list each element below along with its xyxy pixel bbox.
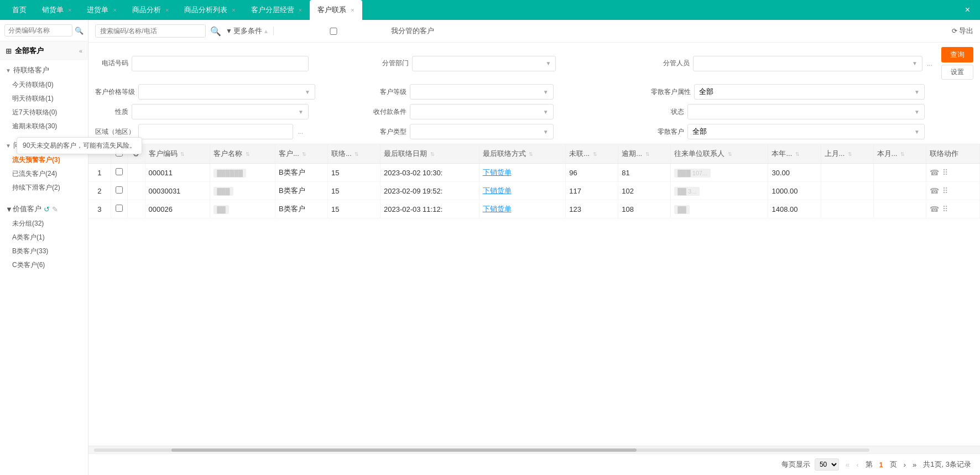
action-phone-icon[interactable]: ☎ [930,186,939,195]
query-button[interactable]: 查询 [941,47,973,62]
edit-icon[interactable]: ✎ [52,205,58,213]
nav-tab-0[interactable]: 销货单 × [34,0,79,20]
sidebar-item-tomorrow[interactable]: 明天待联络(1) [0,92,88,106]
filter-more-dots-1[interactable]: ... [927,60,932,67]
scrollbar-thumb[interactable] [171,448,637,452]
select-manager[interactable]: ▼ [693,56,922,71]
sidebar-item-overdue[interactable]: 逾期未联络(30) [0,119,88,133]
sidebar-item-class-a[interactable]: A类客户(1) [0,231,88,244]
row-checkbox-2[interactable] [116,205,123,212]
nav-home[interactable]: 首页 [4,0,34,20]
refresh-icon[interactable]: ↺ [44,205,50,213]
select-dept[interactable]: ▼ [412,56,556,71]
pagination: « ‹ 第 1 页 › » [843,459,919,470]
close-tab-4[interactable]: × [299,7,302,13]
sidebar-item-declining[interactable]: 持续下滑客户(2) [0,181,88,195]
export-button[interactable]: ⟳ 导出 [952,26,973,36]
my-customers-checkbox[interactable]: 我分管的客户 [278,26,434,36]
action-more-icon[interactable]: ⠿ [942,168,948,177]
sidebar-search-icon[interactable]: 🔍 [75,27,84,35]
th-lastdate[interactable]: 最后联络日期 ⇅ [380,144,479,164]
nav-tab-5[interactable]: 客户联系 × [310,0,362,20]
select-zero-attr[interactable]: 全部▼ [694,84,925,100]
search-input[interactable] [95,24,206,38]
close-tab-5[interactable]: × [351,7,354,13]
sidebar-item-7days[interactable]: 近7天待联络(0) [0,106,88,119]
sidebar-item-lost-warning[interactable]: 流失预警客户(3) [0,153,88,167]
row-checkbox-1[interactable] [116,186,123,194]
horizontal-scrollbar[interactable] [88,446,980,453]
select-customer-type[interactable]: ▼ [410,124,554,139]
th-name[interactable]: 客户名称 ⇅ [210,144,275,164]
next-page-btn[interactable]: › [901,460,908,469]
close-tab-0[interactable]: × [68,7,71,13]
action-phone-icon[interactable]: ☎ [930,168,939,177]
cell-contact: 15 [327,164,380,182]
cell-type: B类客户 [275,164,327,182]
cell-lastmethod[interactable]: 下销货单 [479,164,566,182]
search-button[interactable]: 🔍 [210,26,221,36]
filter-more-dots-2[interactable]: ... [298,128,303,135]
nav-tab-1[interactable]: 进货单 × [79,0,124,20]
sidebar-item-ungroup[interactable]: 未分组(32) [0,217,88,231]
action-more-icon[interactable]: ⠿ [942,205,948,213]
setting-button[interactable]: 设置 [941,65,973,80]
th-lastmonth[interactable]: 上月... ⇅ [821,144,873,164]
cell-check[interactable] [111,200,127,218]
sidebar-item-class-b[interactable]: B类客户(33) [0,244,88,258]
close-tab-2[interactable]: × [165,7,169,13]
chevron-down-icon-5: ▼ [914,89,920,95]
action-phone-icon[interactable]: ☎ [930,205,939,213]
action-more-icon[interactable]: ⠿ [942,186,948,195]
collapse-icon[interactable]: « [79,48,82,54]
th-uncontacted[interactable]: 未联... ⇅ [566,144,618,164]
nav-tab-2[interactable]: 商品分析 × [124,0,176,20]
cell-lastmonth [821,164,873,182]
sort-icon-uncontacted: ⇅ [593,152,597,157]
th-overdue[interactable]: 逾期... ⇅ [618,144,671,164]
sidebar-item-today[interactable]: 今天待联络(0) [0,78,88,92]
select-payment[interactable]: ▼ [410,104,554,119]
th-code[interactable]: 客户编码 ⇅ [145,144,210,164]
cell-lastmethod[interactable]: 下销货单 [479,182,566,200]
nav-tab-3[interactable]: 商品分析列表 × [176,0,243,20]
sort-icon-type: ⇅ [302,152,306,157]
th-lastmethod[interactable]: 最后联络方式 ⇅ [479,144,566,164]
row-checkbox-0[interactable] [116,168,123,175]
close-tab-1[interactable]: × [113,7,116,13]
first-page-btn[interactable]: « [843,460,852,469]
filter-more-button[interactable]: ▼ 更多条件 ▲ [226,26,269,36]
sidebar-search-input[interactable] [4,24,72,36]
th-thisyear[interactable]: 本年... ⇅ [768,144,821,164]
cell-check[interactable] [111,182,127,200]
th-thismonth[interactable]: 本月... ⇅ [873,144,926,164]
cell-check[interactable] [111,164,127,182]
my-customers-check[interactable] [278,28,389,35]
close-all-btn[interactable]: × [960,5,976,15]
prev-page-btn[interactable]: ‹ [854,460,861,469]
sidebar-item-class-c[interactable]: C类客户(6) [0,258,88,272]
last-page-btn[interactable]: » [910,460,919,469]
page-size-select[interactable]: 50 [815,458,839,471]
cell-setting [127,164,145,182]
sidebar-all-customers[interactable]: ⊞ 全部客户 « [0,41,88,60]
table-footer: 每页显示 50 « ‹ 第 1 页 › » 共1页, 3条记录 [88,453,980,475]
sidebar-item-lost[interactable]: 已流失客户(24) [0,167,88,181]
cell-lastmethod[interactable]: 下销货单 [479,200,566,218]
input-phone[interactable] [132,56,309,71]
nav-tab-4[interactable]: 客户分层经营 × [243,0,310,20]
select-status[interactable]: ▼ [687,104,925,119]
select-price-level[interactable]: ▼ [138,84,315,100]
close-tab-3[interactable]: × [232,7,235,13]
select-nature[interactable]: ▼ [132,104,309,119]
select-customer-level[interactable]: ▼ [410,84,554,100]
th-type[interactable]: 客户... ⇅ [275,144,327,164]
th-contact[interactable]: 联络... ⇅ [327,144,380,164]
select-zero-customer[interactable]: 全部▼ [687,124,925,139]
group-title-value[interactable]: ▼ 价值客户 ↺ ✎ [0,201,88,217]
cell-thisyear: 1000.00 [768,182,821,200]
th-contact2[interactable]: 往来单位联系人 ⇅ [671,144,768,164]
select-region[interactable] [138,124,293,139]
label-phone: 电话号码 [95,59,128,68]
group-title-pending[interactable]: ▼ 待联络客户 [0,62,88,78]
